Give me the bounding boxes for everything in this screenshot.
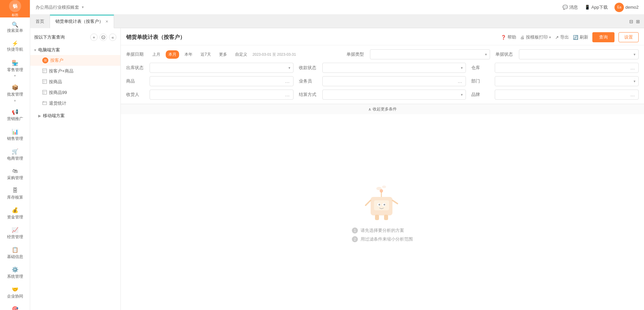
header-dropdown-icon[interactable]: ▾: [82, 5, 84, 9]
app-download-btn[interactable]: 📱 App下载: [585, 4, 608, 10]
scheme-item-customer-goods[interactable]: 按客户+商品: [30, 66, 120, 76]
sidebar-item-retail[interactable]: 🏪 零售管理 ▾: [0, 56, 30, 81]
add-scheme-btn[interactable]: +: [90, 34, 98, 41]
date-label: 单据日期: [126, 51, 150, 57]
dept-control[interactable]: ▾: [495, 76, 639, 86]
mobile-scheme-group-header[interactable]: ▶ 移动端方案: [30, 111, 120, 121]
svg-rect-10: [43, 90, 47, 94]
dept-filter-item: 部门 ▾: [471, 76, 639, 86]
doc-type-control[interactable]: ▾: [370, 49, 490, 59]
sidebar-item-purchase[interactable]: 🛍 采购管理: [0, 165, 30, 184]
doc-status-control[interactable]: ▾: [519, 49, 639, 59]
tip-2-num: 2: [352, 236, 358, 242]
svg-line-23: [366, 200, 371, 205]
svg-rect-25: [375, 215, 379, 220]
sidebar-item-guide[interactable]: 🎯 新手引导: [0, 303, 30, 310]
edit-scheme-btn[interactable]: ✎: [100, 34, 107, 41]
settings-button[interactable]: 设置: [619, 32, 639, 42]
tab-maximize-icon[interactable]: ⊞: [636, 19, 640, 24]
sidebar-item-system[interactable]: ⚙️ 系统管理: [0, 263, 30, 283]
search-menu-btn[interactable]: 🔍 搜索菜单: [0, 17, 30, 38]
tab-close-icon[interactable]: ✕: [105, 19, 108, 24]
scheme-item-goods99[interactable]: 按商品99: [30, 87, 120, 98]
purchase-icon: 🛍: [12, 168, 18, 174]
doc-type-filter-item: 单据类型 ▾: [346, 49, 490, 59]
payment-status-label: 收款状态: [299, 65, 322, 71]
warehouse-dots: …: [630, 65, 636, 70]
sidebar-item-label: 批发管理: [7, 92, 23, 97]
logo-icon: 畅: [9, 0, 21, 12]
export-label: 导出: [560, 34, 569, 40]
date-btn-custom[interactable]: 自定义: [232, 50, 250, 59]
user-profile-btn[interactable]: Ea demo2: [614, 3, 639, 12]
goods-control[interactable]: …: [150, 76, 293, 86]
sidebar-item-label: 企业协同: [7, 294, 23, 299]
date-btn-more[interactable]: 更多: [216, 50, 230, 59]
warehouse-control[interactable]: …: [495, 63, 639, 73]
sidebar-item-ecommerce[interactable]: 🛒 电商管理: [0, 145, 30, 165]
sidebar-item-enterprise[interactable]: 🤝 企业协同: [0, 283, 30, 303]
system-icon: ⚙️: [12, 266, 18, 273]
payment-method-label: 结算方式: [299, 92, 322, 98]
date-filter-control: 上月 本月 本年 近7天 更多 自定义 2023-03-01 至 2023-03…: [150, 50, 341, 59]
tip-2-text: 用过滤条件来缩小分析范围: [361, 236, 413, 242]
sidebar-item-marketing[interactable]: 📢 营销推广: [0, 105, 30, 125]
page-header: 销货单统计表（按客户） ❓ 帮助 🖨 按模板打印 ▾ ↗ 导出: [121, 28, 644, 45]
date-btn-last-month[interactable]: 上月: [150, 50, 163, 59]
pc-scheme-group-header[interactable]: ▾ 电脑端方案: [30, 45, 120, 55]
scheme-item-label: 退货统计: [49, 100, 66, 106]
payment-method-control[interactable]: ▾: [322, 90, 466, 100]
out-status-label: 出库状态: [126, 65, 150, 71]
filter-row-2: 出库状态 ▾ 收款状态 ▾ 仓库 …: [126, 63, 639, 73]
goods99-icon: [42, 90, 47, 96]
print-label: 按模板打印: [526, 34, 548, 40]
date-btn-7days[interactable]: 近7天: [198, 50, 214, 59]
help-btn[interactable]: ❓ 帮助: [501, 34, 516, 40]
consignee-dots: …: [285, 92, 290, 97]
header-title: 办公用品行业模拟账套: [36, 4, 79, 10]
scheme-item-return[interactable]: 退货统计: [30, 98, 120, 109]
filter-row-4: 收货人 … 结算方式 ▾ 品牌 …: [126, 90, 639, 100]
sidebar-item-label: 营销推广: [7, 116, 23, 122]
sidebar-item-finance[interactable]: 💰 资金管理: [0, 204, 30, 223]
scheme-item-by-customer[interactable]: 按 按客户: [30, 55, 120, 66]
user-avatar: Ea: [614, 3, 624, 12]
out-status-control[interactable]: ▾: [150, 63, 293, 73]
goods-dots: …: [285, 79, 290, 84]
date-btn-this-month[interactable]: 本月: [166, 50, 179, 59]
dept-chevron: ▾: [634, 79, 636, 84]
brand-control[interactable]: …: [495, 90, 639, 100]
sidebar-item-label: 库存核算: [7, 195, 23, 200]
salesman-control[interactable]: …: [322, 76, 466, 86]
username-label: demo2: [625, 5, 639, 10]
sidebar-item-sales[interactable]: 📊 销售管理: [0, 125, 30, 145]
message-btn[interactable]: 💬 消息: [562, 4, 578, 10]
tab-sales-stat[interactable]: 销货单统计表（按客户） ✕: [50, 15, 114, 28]
salesman-filter-item: 业务员 …: [299, 76, 466, 86]
mobile-scheme-group-label: 移动端方案: [43, 113, 65, 119]
consignee-control[interactable]: …: [150, 90, 293, 100]
payment-status-control[interactable]: ▾: [322, 63, 466, 73]
tab-home[interactable]: 首页: [30, 15, 50, 28]
sidebar-item-inventory[interactable]: 🗄 库存核算: [0, 184, 30, 204]
collapse-panel-btn[interactable]: «: [109, 34, 116, 41]
tab-minimize-icon[interactable]: ⊟: [629, 19, 633, 24]
date-btn-this-year[interactable]: 本年: [182, 50, 195, 59]
customer-goods-icon: [42, 68, 47, 74]
brand-filter-item: 品牌 …: [471, 90, 639, 100]
sidebar-item-operations[interactable]: 📈 经营管理: [0, 223, 30, 243]
collapse-filters-btn[interactable]: ∧ 收起更多条件: [121, 104, 644, 114]
export-btn[interactable]: ↗ 导出: [555, 34, 569, 40]
doc-type-label: 单据类型: [346, 51, 370, 57]
scheme-item-label: 按客户: [50, 57, 63, 63]
sidebar-item-basic-info[interactable]: 📋 基础信息: [0, 243, 30, 263]
date-filter-item: 单据日期 上月 本月 本年 近7天 更多 自定义 2023-03-01 至 20…: [126, 50, 341, 59]
query-button[interactable]: 查询: [592, 32, 614, 42]
salesman-label: 业务员: [299, 78, 322, 84]
sidebar-item-wholesale[interactable]: 📦 批发管理 ▴: [0, 81, 30, 105]
refresh-btn[interactable]: 🔄 刷新: [573, 34, 588, 40]
scheme-item-goods[interactable]: 按商品: [30, 76, 120, 87]
quick-nav-btn[interactable]: ⚡ 快捷导航: [0, 38, 30, 55]
print-btn[interactable]: 🖨 按模板打印 ▾: [520, 34, 551, 40]
collapse-text: 收起更多条件: [373, 106, 397, 112]
